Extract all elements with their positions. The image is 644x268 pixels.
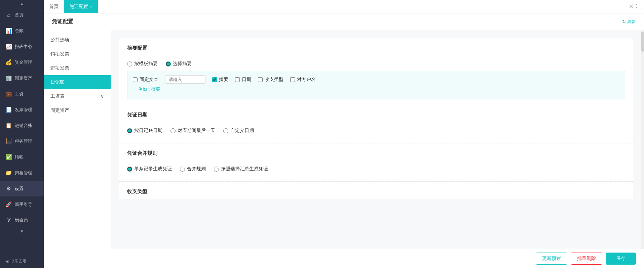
radio-select-merge[interactable]: 按照选择汇总生成凭证 bbox=[214, 166, 268, 172]
invoice-icon: 🧾 bbox=[5, 106, 12, 113]
left-nav: 公共选项 销项发票 进项发票 日记账 工资表 ∨ 固定资产 bbox=[44, 30, 111, 268]
sidebar-item-archive[interactable]: 📁 归档管理 bbox=[0, 165, 44, 181]
sidebar: ▲ ⌂ 首页 📊 总账 📈 报表中心 💰 资金管理 🏢 固定资产 💼 工资 🧾 … bbox=[0, 0, 44, 268]
checkbox-summary[interactable]: 摘要 bbox=[212, 77, 228, 83]
checkbox-date[interactable]: 日期 bbox=[235, 77, 251, 83]
checkbox-date-label: 日期 bbox=[242, 77, 251, 83]
radio-period-last-label: 对应期间最后一天 bbox=[178, 128, 215, 134]
summary-section-title: 摘要配置 bbox=[119, 38, 633, 55]
nav-item-public-label: 公共选项 bbox=[50, 37, 69, 43]
radio-select-summary[interactable]: 选择摘要 bbox=[166, 61, 192, 67]
scroll-track[interactable] bbox=[641, 30, 644, 268]
sidebar-item-tax[interactable]: 🧮 税务管理 bbox=[0, 133, 44, 149]
nav-item-payroll-table[interactable]: 工资表 ∨ bbox=[44, 89, 111, 103]
tab-close-icon[interactable]: × bbox=[90, 4, 92, 9]
guide-icon: 🚀 bbox=[5, 201, 12, 208]
salary-icon: 💼 bbox=[5, 91, 12, 97]
radio-journal-date-input[interactable] bbox=[127, 128, 132, 133]
radio-select-label: 选择摘要 bbox=[173, 61, 192, 67]
radio-select-input[interactable] bbox=[166, 61, 171, 66]
date-section: 凭证日期 按日记账日期 对应期间最后一天 bbox=[119, 105, 633, 143]
sidebar-item-label: 新手引导 bbox=[15, 202, 32, 208]
tab-voucher-config[interactable]: 凭证配置 × bbox=[64, 0, 98, 13]
bottom-spacer bbox=[119, 199, 633, 219]
sidebar-item-purchase[interactable]: 📋 进销台账 bbox=[0, 118, 44, 133]
sidebar-scroll-up[interactable]: ▲ bbox=[0, 0, 44, 7]
summary-section: 摘要配置 按模板摘要 选择摘要 bbox=[119, 38, 633, 105]
save-button[interactable]: 保存 bbox=[606, 253, 636, 265]
close-window-icon[interactable]: ✕ bbox=[629, 3, 633, 10]
date-radio-group: 按日记账日期 对应期间最后一天 自定义日期 bbox=[127, 128, 625, 134]
radio-template-summary[interactable]: 按模板摘要 bbox=[127, 61, 158, 67]
refresh-icon: ↻ bbox=[622, 19, 626, 24]
checkbox-fixed-text-input[interactable] bbox=[133, 77, 138, 82]
home-icon: ⌂ bbox=[5, 12, 12, 18]
nav-item-journal[interactable]: 日记账 bbox=[44, 75, 111, 89]
funds-icon: 💰 bbox=[5, 59, 12, 65]
merge-section-title: 凭证合并规则 bbox=[119, 143, 633, 161]
scroll-thumb[interactable] bbox=[641, 32, 644, 52]
sidebar-item-settings[interactable]: ⚙ 设置 bbox=[0, 181, 44, 196]
nav-item-fixed-assets[interactable]: 固定资产 bbox=[44, 103, 111, 118]
radio-merge-rule-input[interactable] bbox=[180, 167, 185, 172]
pin-icon: ◀ bbox=[5, 259, 8, 264]
content-layout: 公共选项 销项发票 进项发票 日记账 工资表 ∨ 固定资产 bbox=[44, 30, 644, 268]
nav-item-sales-invoice[interactable]: 销项发票 bbox=[44, 47, 111, 61]
batch-delete-button[interactable]: 批量删除 bbox=[571, 253, 602, 265]
date-section-title: 凭证日期 bbox=[119, 105, 633, 122]
radio-custom-date[interactable]: 自定义日期 bbox=[223, 128, 254, 134]
checkbox-income-type-input[interactable] bbox=[258, 77, 263, 82]
radio-single-record-label: 单条记录生成凭证 bbox=[134, 166, 172, 172]
sidebar-item-guide[interactable]: 🚀 新手引导 bbox=[0, 196, 44, 212]
nav-item-journal-label: 日记账 bbox=[50, 79, 65, 85]
sidebar-item-label: 归档管理 bbox=[15, 170, 32, 176]
tab-home[interactable]: 首页 bbox=[44, 0, 64, 13]
sidebar-item-settlement[interactable]: ✅ 结账 bbox=[0, 149, 44, 165]
refresh-button[interactable]: ↻ 刷新 bbox=[622, 19, 636, 25]
refresh-label: 刷新 bbox=[627, 19, 636, 25]
checkbox-date-input[interactable] bbox=[235, 77, 240, 82]
checkbox-counterpart-input[interactable] bbox=[290, 77, 295, 82]
sidebar-item-assets[interactable]: 🏢 固定资产 bbox=[0, 70, 44, 86]
radio-journal-date[interactable]: 按日记账日期 bbox=[127, 128, 162, 134]
sidebar-item-reports[interactable]: 📈 报表中心 bbox=[0, 39, 44, 54]
merge-section: 凭证合并规则 单条记录生成凭证 合并规则 bbox=[119, 143, 633, 181]
expand-window-icon[interactable]: ⛶ bbox=[636, 3, 641, 10]
checkbox-fixed-text-label: 固定文本 bbox=[140, 77, 158, 83]
sidebar-unpin[interactable]: ◀ 取消固定 bbox=[0, 254, 44, 268]
checkbox-summary-input[interactable] bbox=[212, 77, 217, 82]
radio-template-input[interactable] bbox=[127, 61, 132, 66]
sidebar-item-invoice[interactable]: 🧾 发票管理 bbox=[0, 102, 44, 118]
sidebar-item-funds[interactable]: 💰 资金管理 bbox=[0, 54, 44, 70]
radio-merge-rule[interactable]: 合并规则 bbox=[180, 166, 206, 172]
vip-icon: V bbox=[5, 217, 12, 223]
radio-template-label: 按模板摘要 bbox=[134, 61, 158, 67]
checkbox-income-type[interactable]: 收支类型 bbox=[258, 77, 283, 83]
example-value: 摘要 bbox=[151, 87, 160, 92]
checkbox-counterpart-label: 对方户名 bbox=[297, 77, 316, 83]
date-section-body: 按日记账日期 对应期间最后一天 自定义日期 bbox=[119, 122, 633, 143]
checkbox-counterpart[interactable]: 对方户名 bbox=[290, 77, 316, 83]
sidebar-item-label: 结账 bbox=[15, 154, 24, 160]
sidebar-item-salary[interactable]: 💼 工资 bbox=[0, 86, 44, 102]
update-preview-button[interactable]: 更新预置 bbox=[536, 253, 567, 265]
sidebar-item-home[interactable]: ⌂ 首页 bbox=[0, 7, 44, 23]
radio-period-last-input[interactable] bbox=[171, 128, 176, 133]
radio-select-merge-label: 按照选择汇总生成凭证 bbox=[221, 166, 268, 172]
nav-item-sales-invoice-label: 销项发票 bbox=[50, 51, 69, 57]
radio-period-last[interactable]: 对应期间最后一天 bbox=[171, 128, 215, 134]
tax-icon: 🧮 bbox=[5, 138, 12, 144]
radio-select-merge-input[interactable] bbox=[214, 167, 219, 172]
radio-single-record-input[interactable] bbox=[127, 167, 132, 172]
nav-item-purchase-invoice[interactable]: 进项发票 bbox=[44, 61, 111, 75]
purchase-icon: 📋 bbox=[5, 122, 12, 129]
checkbox-fixed-text[interactable]: 固定文本 bbox=[133, 77, 158, 83]
radio-single-record[interactable]: 单条记录生成凭证 bbox=[127, 166, 172, 172]
radio-custom-date-input[interactable] bbox=[223, 128, 228, 133]
nav-item-public[interactable]: 公共选项 bbox=[44, 33, 111, 47]
sidebar-scroll-down[interactable]: ▼ bbox=[0, 228, 44, 235]
sidebar-item-vip[interactable]: V 畅会员 bbox=[0, 212, 44, 228]
fixed-text-input[interactable] bbox=[165, 75, 205, 84]
sidebar-item-ledger[interactable]: 📊 总账 bbox=[0, 23, 44, 39]
settings-icon: ⚙ bbox=[5, 185, 12, 192]
